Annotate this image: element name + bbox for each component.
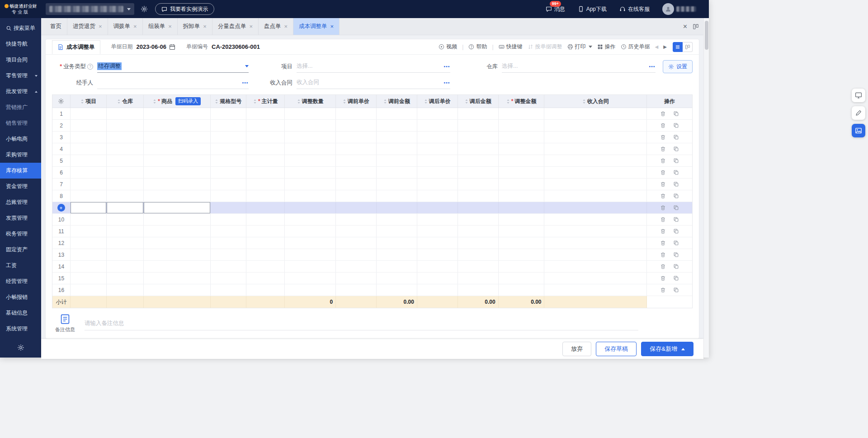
grid-cell[interactable] xyxy=(336,273,377,284)
sidebar-item-7[interactable]: 销售管理 xyxy=(0,115,41,131)
grid-cell[interactable] xyxy=(71,237,107,249)
copy-row-icon[interactable] xyxy=(673,146,679,152)
sort-icon[interactable] xyxy=(253,99,257,104)
grid-cell[interactable] xyxy=(144,249,211,260)
grid-cell[interactable] xyxy=(417,143,458,155)
grid-cell[interactable] xyxy=(107,132,144,143)
grid-cell[interactable] xyxy=(336,132,377,143)
next-doc-arrow[interactable]: ▶ xyxy=(663,44,667,49)
grid-cell[interactable] xyxy=(144,155,211,166)
video-button[interactable]: 视频 xyxy=(439,43,457,51)
grid-cell[interactable] xyxy=(544,179,647,190)
grid-cell[interactable] xyxy=(285,284,336,296)
grid-cell[interactable] xyxy=(544,261,647,272)
sidebar-item-12[interactable]: 总账管理 xyxy=(0,194,41,210)
note-input[interactable]: 请输入备注信息 xyxy=(85,317,638,330)
grid-cell[interactable] xyxy=(336,249,377,260)
grid-cell[interactable] xyxy=(144,214,211,225)
vertical-scrollbar[interactable] xyxy=(703,18,709,358)
grid-cell[interactable] xyxy=(246,214,285,225)
grid-cell[interactable] xyxy=(336,214,377,225)
column-header-4[interactable]: 规格型号 xyxy=(211,95,247,108)
tab-6[interactable]: 分量盘点单× xyxy=(212,18,259,35)
grid-cell[interactable] xyxy=(246,108,285,119)
grid-cell[interactable] xyxy=(246,190,285,202)
grid-cell[interactable] xyxy=(336,261,377,272)
doc-tab[interactable]: 成本调整单 xyxy=(52,40,100,54)
grid-cell[interactable] xyxy=(336,167,377,178)
copy-row-icon[interactable] xyxy=(673,240,679,246)
sort-icon[interactable] xyxy=(465,99,468,104)
income-contract-picker-icon[interactable]: ⋯ xyxy=(443,80,450,86)
grid-cell[interactable] xyxy=(499,273,545,284)
grid-cell[interactable] xyxy=(211,249,247,260)
grid-cell[interactable] xyxy=(285,261,336,272)
grid-cell[interactable] xyxy=(458,132,499,143)
sidebar-item-6[interactable]: 营销推广 xyxy=(0,99,41,115)
copy-row-icon[interactable] xyxy=(673,170,679,175)
grid-cell[interactable] xyxy=(417,190,458,202)
save-and-new-button[interactable]: 保存&新增 xyxy=(641,342,693,356)
floating-widget-pen[interactable] xyxy=(852,106,865,120)
grid-cell[interactable] xyxy=(499,120,545,131)
grid-cell[interactable] xyxy=(336,120,377,131)
grid-cell[interactable] xyxy=(211,284,247,296)
column-header-9[interactable]: 调后单价 xyxy=(417,95,458,108)
income-contract-input[interactable]: 收入合同 ⋯ xyxy=(297,77,450,89)
grid-cell[interactable] xyxy=(107,179,144,190)
grid-cell[interactable] xyxy=(246,179,285,190)
tab-close-icon[interactable]: × xyxy=(99,24,102,29)
grid-cell[interactable] xyxy=(246,120,285,131)
grid-cell[interactable] xyxy=(499,261,545,272)
sidebar-item-14[interactable]: 税务管理 xyxy=(0,226,41,242)
user-account[interactable] xyxy=(662,3,696,15)
delete-row-icon[interactable] xyxy=(660,122,666,128)
grid-cell[interactable] xyxy=(211,261,247,272)
copy-row-icon[interactable] xyxy=(673,158,679,164)
column-header-10[interactable]: 调后金额 xyxy=(458,95,499,108)
business-type-select[interactable]: 结存调整 xyxy=(97,61,249,73)
grid-cell[interactable] xyxy=(458,202,499,213)
grid-cell[interactable] xyxy=(246,284,285,296)
prev-doc-arrow[interactable]: ◀ xyxy=(655,44,659,49)
grid-cell[interactable] xyxy=(246,273,285,284)
grid-cell[interactable] xyxy=(71,202,107,213)
grid-cell[interactable] xyxy=(71,120,107,131)
grid-cell[interactable] xyxy=(107,226,144,237)
grid-cell[interactable] xyxy=(499,132,545,143)
sidebar-item-18[interactable]: 小畅报销 xyxy=(0,289,41,305)
grid-cell[interactable] xyxy=(107,237,144,249)
grid-cell[interactable] xyxy=(544,155,647,166)
grid-cell[interactable] xyxy=(336,190,377,202)
grid-cell[interactable] xyxy=(377,202,417,213)
copy-row-icon[interactable] xyxy=(673,111,679,117)
grid-cell[interactable] xyxy=(211,273,247,284)
grid-cell[interactable] xyxy=(377,261,417,272)
grid-cell[interactable] xyxy=(71,167,107,178)
grid-cell[interactable] xyxy=(285,237,336,249)
grid-cell[interactable] xyxy=(144,237,211,249)
grid-cell[interactable] xyxy=(417,226,458,237)
online-service-button[interactable]: 在线客服 xyxy=(619,5,650,13)
grid-cell[interactable] xyxy=(458,249,499,260)
calendar-icon[interactable] xyxy=(169,44,175,50)
app-download-button[interactable]: App下载 xyxy=(578,5,607,13)
grid-cell[interactable] xyxy=(107,155,144,166)
grid-cell[interactable] xyxy=(417,284,458,296)
grid-cell[interactable] xyxy=(246,132,285,143)
grid-cell[interactable] xyxy=(211,202,247,213)
grid-cell[interactable] xyxy=(499,143,545,155)
grid-cell[interactable] xyxy=(499,237,545,249)
grid-cell[interactable] xyxy=(71,261,107,272)
grid-cell[interactable] xyxy=(544,202,647,213)
grid-cell[interactable] xyxy=(499,108,545,119)
tab-close-icon[interactable]: × xyxy=(168,24,172,29)
grid-cell[interactable] xyxy=(285,226,336,237)
grid-cell[interactable] xyxy=(285,120,336,131)
grid-cell[interactable] xyxy=(336,237,377,249)
delete-row-icon[interactable] xyxy=(660,205,666,211)
sort-icon[interactable] xyxy=(117,99,121,104)
grid-cell[interactable] xyxy=(377,120,417,131)
delete-row-icon[interactable] xyxy=(660,158,666,164)
grid-cell[interactable] xyxy=(417,120,458,131)
